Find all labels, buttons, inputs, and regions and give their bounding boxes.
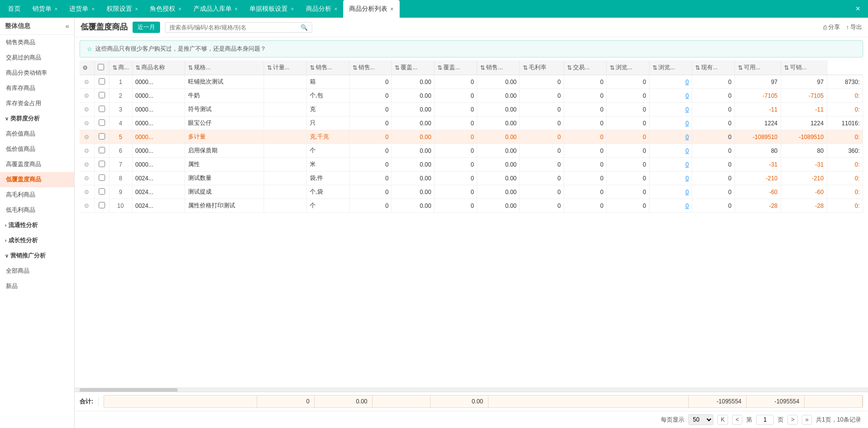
sales2-column-header[interactable]: ⇅销售... bbox=[349, 60, 392, 75]
row-browse1[interactable]: 0 bbox=[650, 144, 692, 158]
time-filter-button[interactable]: 近一月 bbox=[133, 22, 160, 33]
tab-sales[interactable]: 销货单 × bbox=[27, 0, 63, 18]
checkbox-column-header[interactable] bbox=[94, 60, 109, 75]
row-browse1[interactable]: 0 bbox=[650, 171, 692, 185]
close-icon[interactable]: × bbox=[334, 6, 337, 12]
prev-page-button[interactable]: < bbox=[732, 415, 742, 425]
sidebar-item-new-goods[interactable]: 新品 bbox=[0, 279, 74, 294]
sidebar-item-stock-goods[interactable]: 有库存商品 bbox=[0, 81, 74, 96]
close-icon[interactable]: × bbox=[178, 6, 181, 12]
next-page-button[interactable]: > bbox=[787, 415, 798, 425]
row-checkbox[interactable] bbox=[99, 133, 105, 140]
search-icon[interactable]: 🔍 bbox=[300, 24, 308, 31]
row-checkbox[interactable] bbox=[99, 202, 105, 208]
page-input[interactable] bbox=[756, 415, 774, 425]
browse2-column-header[interactable]: ⇅浏览... bbox=[650, 60, 692, 75]
checkbox-cell[interactable] bbox=[94, 116, 109, 130]
sidebar-item-traded-goods[interactable]: 交易过的商品 bbox=[0, 50, 74, 65]
tab-role[interactable]: 角色授权 × bbox=[144, 0, 187, 18]
sidebar-section-liquidity[interactable]: › 流通性分析 bbox=[0, 218, 74, 233]
share-button[interactable]: ⎙ 分享 bbox=[823, 23, 840, 31]
row-checkbox[interactable] bbox=[99, 119, 105, 126]
tab-product-analysis-list[interactable]: 商品分析列表 × bbox=[343, 0, 399, 18]
sidebar-section-growth[interactable]: › 成长性分析 bbox=[0, 233, 74, 248]
sidebar-item-low-value[interactable]: 低价值商品 bbox=[0, 142, 74, 157]
code-column-header[interactable]: ⇅商... bbox=[109, 60, 132, 75]
sales3-column-header[interactable]: ⇅销售... bbox=[477, 60, 520, 75]
cover1-column-header[interactable]: ⇅覆盖... bbox=[392, 60, 434, 75]
export-button[interactable]: ↑ 导出 bbox=[846, 23, 862, 31]
tab-permission[interactable]: 权限设置 × bbox=[101, 0, 144, 18]
sidebar-section-cluster[interactable]: ∨ 类群度分析 bbox=[0, 111, 74, 126]
gross-column-header[interactable]: ⇅毛利率 bbox=[520, 60, 564, 75]
row-browse1[interactable]: 0 bbox=[650, 75, 692, 89]
name-column-header[interactable]: ⇅商品名称 bbox=[132, 60, 185, 75]
sidebar-item-high-value[interactable]: 高价值商品 bbox=[0, 126, 74, 142]
checkbox-cell[interactable] bbox=[94, 171, 109, 185]
tab-template[interactable]: 单据模板设置 × bbox=[244, 0, 299, 18]
close-icon[interactable]: × bbox=[235, 6, 238, 12]
row-checkbox[interactable] bbox=[99, 92, 105, 98]
tab-home[interactable]: 首页 bbox=[2, 0, 27, 18]
window-close-button[interactable]: × bbox=[850, 4, 866, 13]
tab-purchase[interactable]: 进货单 × bbox=[63, 0, 100, 18]
avail-column-header[interactable]: ⇅可用... bbox=[734, 60, 781, 75]
row-checkbox[interactable] bbox=[99, 78, 105, 85]
sidebar-item-all-goods[interactable]: 全部商品 bbox=[0, 263, 74, 279]
sidebar-header: 整体信息 « bbox=[0, 18, 74, 35]
sidebar-item-low-profit[interactable]: 低毛利商品 bbox=[0, 202, 74, 218]
row-checkbox[interactable] bbox=[99, 188, 105, 195]
row-checkbox[interactable] bbox=[99, 174, 105, 181]
checkbox-cell[interactable] bbox=[94, 158, 109, 171]
sidebar-item-sales-goods[interactable]: 销售类商品 bbox=[0, 35, 74, 50]
row-checkbox[interactable] bbox=[99, 106, 105, 112]
row-browse1[interactable]: 0 bbox=[650, 185, 692, 199]
per-page-select[interactable]: 50 100 200 bbox=[688, 414, 713, 425]
sidebar-collapse-button[interactable]: « bbox=[65, 22, 69, 30]
close-icon[interactable]: × bbox=[91, 6, 94, 12]
row-number: 3 bbox=[109, 103, 132, 116]
row-checkbox[interactable] bbox=[99, 147, 105, 153]
checkbox-cell[interactable] bbox=[94, 75, 109, 89]
sidebar-item-stock-capital[interactable]: 库存资金占用 bbox=[0, 96, 74, 111]
current-column-header[interactable]: ⇅现有... bbox=[692, 60, 734, 75]
tab-product-warehouse[interactable]: 产成品入库单 × bbox=[188, 0, 244, 18]
unit-column-header[interactable]: ⇅计量... bbox=[264, 60, 306, 75]
row-browse1[interactable]: 0 bbox=[650, 130, 692, 144]
last-page-button[interactable]: » bbox=[802, 415, 812, 425]
tab-product-analysis[interactable]: 商品分析 × bbox=[300, 0, 343, 18]
row-browse1[interactable]: 0 bbox=[650, 116, 692, 130]
close-icon[interactable]: × bbox=[390, 6, 393, 12]
checkbox-cell[interactable] bbox=[94, 199, 109, 213]
trade-column-header[interactable]: ⇅交易... bbox=[564, 60, 607, 75]
close-icon[interactable]: × bbox=[135, 6, 138, 12]
close-icon[interactable]: × bbox=[54, 6, 57, 12]
settings-column-header[interactable]: ⚙ bbox=[80, 60, 94, 75]
sales1-column-header[interactable]: ⇅销售... bbox=[306, 60, 349, 75]
sidebar-item-category-rate[interactable]: 商品分类动销率 bbox=[0, 65, 74, 81]
checkbox-cell[interactable] bbox=[94, 89, 109, 103]
browse1-column-header[interactable]: ⇅浏览... bbox=[607, 60, 650, 75]
first-page-button[interactable]: K bbox=[717, 415, 728, 425]
sidebar-item-high-profit[interactable]: 高毛利商品 bbox=[0, 187, 74, 202]
row-code: 0024... bbox=[132, 171, 185, 185]
row-browse1[interactable]: 0 bbox=[650, 89, 692, 103]
sidebar-item-low-coverage[interactable]: 低覆盖度商品 bbox=[0, 172, 74, 187]
close-icon[interactable]: × bbox=[291, 6, 294, 12]
select-all-checkbox[interactable] bbox=[98, 64, 104, 70]
cover2-column-header[interactable]: ⇅覆盖... bbox=[434, 60, 477, 75]
checkbox-cell[interactable] bbox=[94, 103, 109, 116]
checkbox-cell[interactable] bbox=[94, 185, 109, 199]
sidebar-item-high-coverage[interactable]: 高覆盖度商品 bbox=[0, 157, 74, 172]
checkbox-cell[interactable] bbox=[94, 144, 109, 158]
row-checkbox[interactable] bbox=[99, 161, 105, 167]
row-browse1[interactable]: 0 bbox=[650, 199, 692, 213]
row-browse1[interactable]: 0 bbox=[650, 103, 692, 116]
horizontal-scrollbar[interactable] bbox=[75, 388, 868, 392]
search-input[interactable] bbox=[169, 24, 298, 31]
sidebar-section-marketing[interactable]: ∨ 营销推广分析 bbox=[0, 248, 74, 263]
row-browse1[interactable]: 0 bbox=[650, 158, 692, 171]
spec-column-header[interactable]: ⇅规格... bbox=[185, 60, 264, 75]
checkbox-cell[interactable] bbox=[94, 130, 109, 144]
sellable-column-header[interactable]: ⇅可销... bbox=[781, 60, 827, 75]
